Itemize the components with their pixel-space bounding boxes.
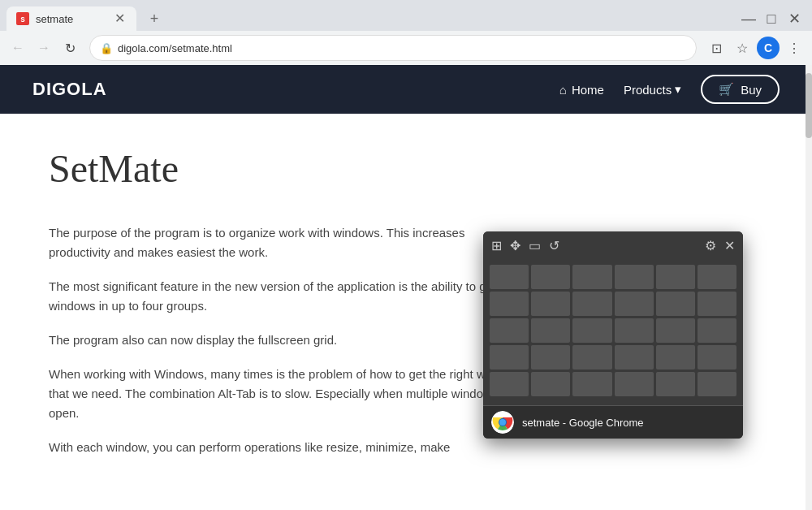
- grid-row: [490, 318, 736, 343]
- tab-close-icon[interactable]: ✕: [113, 11, 127, 27]
- grid-cell[interactable]: [615, 292, 654, 316]
- bookmark-button[interactable]: ☆: [731, 37, 754, 59]
- grid-cell[interactable]: [656, 345, 695, 370]
- grid-cell[interactable]: [490, 292, 529, 316]
- nav-products[interactable]: Products ▾: [624, 82, 681, 97]
- grid-cell[interactable]: [698, 265, 736, 289]
- grid-cell[interactable]: [490, 345, 529, 370]
- refresh-button[interactable]: ↻: [58, 37, 81, 59]
- grid-cell[interactable]: [656, 372, 695, 396]
- nav-home[interactable]: ⌂ Home: [559, 83, 604, 97]
- grid-cell[interactable]: [490, 372, 529, 396]
- home-icon: ⌂: [559, 83, 567, 97]
- widget-move-icon[interactable]: ✥: [510, 238, 520, 253]
- grid-cell[interactable]: [572, 345, 611, 370]
- minimize-button[interactable]: —: [737, 7, 760, 30]
- page-title: SetMate: [49, 146, 682, 191]
- widget-grid: [483, 260, 743, 405]
- grid-cell[interactable]: [531, 372, 570, 396]
- buy-button[interactable]: 🛒 Buy: [701, 75, 780, 104]
- scrollbar[interactable]: [806, 65, 812, 510]
- widget-rect-icon[interactable]: ▭: [529, 238, 541, 253]
- paragraph-1: The purpose of the program is to organiz…: [49, 223, 520, 262]
- widget-grid-icon[interactable]: ⊞: [491, 238, 502, 253]
- buy-label: Buy: [741, 83, 762, 97]
- products-label: Products: [624, 83, 672, 97]
- grid-cell[interactable]: [572, 265, 611, 289]
- grid-row: [490, 372, 736, 396]
- widget-footer: setmate - Google Chrome: [483, 405, 743, 439]
- grid-row: [490, 265, 736, 289]
- menu-button[interactable]: ⋮: [783, 37, 806, 59]
- grid-cell[interactable]: [490, 265, 529, 289]
- grid-cell[interactable]: [572, 372, 611, 396]
- grid-cell[interactable]: [656, 318, 695, 343]
- grid-cell[interactable]: [615, 318, 654, 343]
- paragraph-2: The most significant feature in the new …: [49, 277, 520, 316]
- setmate-widget: ⊞ ✥ ▭ ↺ ⚙ ✕ setmat: [483, 231, 743, 439]
- grid-cell[interactable]: [615, 345, 654, 370]
- home-label: Home: [572, 83, 604, 97]
- paragraph-5: With each window, you can perform operat…: [49, 438, 520, 457]
- grid-cell[interactable]: [615, 265, 654, 289]
- grid-cell[interactable]: [615, 372, 654, 396]
- url-text: digola.com/setmate.html: [118, 42, 686, 54]
- back-button[interactable]: ←: [6, 37, 29, 59]
- grid-cell[interactable]: [572, 318, 611, 343]
- translate-button[interactable]: ⊡: [705, 37, 728, 59]
- widget-footer-title: setmate - Google Chrome: [522, 417, 644, 429]
- browser-tab[interactable]: s setmate ✕: [6, 6, 136, 31]
- grid-cell[interactable]: [698, 318, 736, 343]
- grid-cell[interactable]: [698, 372, 736, 396]
- grid-cell[interactable]: [656, 292, 695, 316]
- close-button[interactable]: ✕: [783, 7, 806, 30]
- svg-point-3: [499, 419, 506, 426]
- site-nav: ⌂ Home Products ▾ 🛒 Buy: [559, 75, 780, 104]
- widget-settings-icon[interactable]: ⚙: [705, 238, 716, 253]
- site-logo: DIGOLA: [32, 79, 107, 100]
- lock-icon: 🔒: [100, 42, 113, 54]
- paragraph-3: The program also can now display the ful…: [49, 331, 520, 350]
- paragraph-4: When working with Windows, many times is…: [49, 365, 520, 423]
- chrome-logo-svg: [491, 411, 514, 434]
- cart-icon: 🛒: [719, 82, 734, 97]
- widget-undo-icon[interactable]: ↺: [549, 238, 559, 253]
- widget-toolbar: ⊞ ✥ ▭ ↺ ⚙ ✕: [483, 231, 743, 260]
- tab-favicon: s: [16, 12, 29, 25]
- new-tab-button[interactable]: +: [143, 7, 166, 30]
- address-bar[interactable]: 🔒 digola.com/setmate.html: [89, 35, 697, 61]
- profile-button[interactable]: C: [757, 37, 780, 59]
- grid-cell[interactable]: [531, 345, 570, 370]
- grid-cell[interactable]: [698, 292, 736, 316]
- widget-close-icon[interactable]: ✕: [724, 238, 735, 253]
- grid-cell[interactable]: [531, 265, 570, 289]
- scroll-thumb[interactable]: [806, 73, 812, 138]
- grid-cell[interactable]: [531, 292, 570, 316]
- tab-title: setmate: [36, 13, 73, 25]
- grid-cell[interactable]: [656, 265, 695, 289]
- site-header: DIGOLA ⌂ Home Products ▾ 🛒 Buy: [0, 65, 812, 114]
- forward-button[interactable]: →: [32, 37, 55, 59]
- grid-cell[interactable]: [490, 318, 529, 343]
- grid-cell[interactable]: [531, 318, 570, 343]
- grid-cell[interactable]: [572, 292, 611, 316]
- restore-button[interactable]: □: [760, 7, 783, 30]
- grid-row: [490, 292, 736, 316]
- products-arrow-icon: ▾: [675, 82, 681, 97]
- chrome-icon: [491, 411, 514, 434]
- grid-row: [490, 345, 736, 370]
- grid-cell[interactable]: [698, 345, 736, 370]
